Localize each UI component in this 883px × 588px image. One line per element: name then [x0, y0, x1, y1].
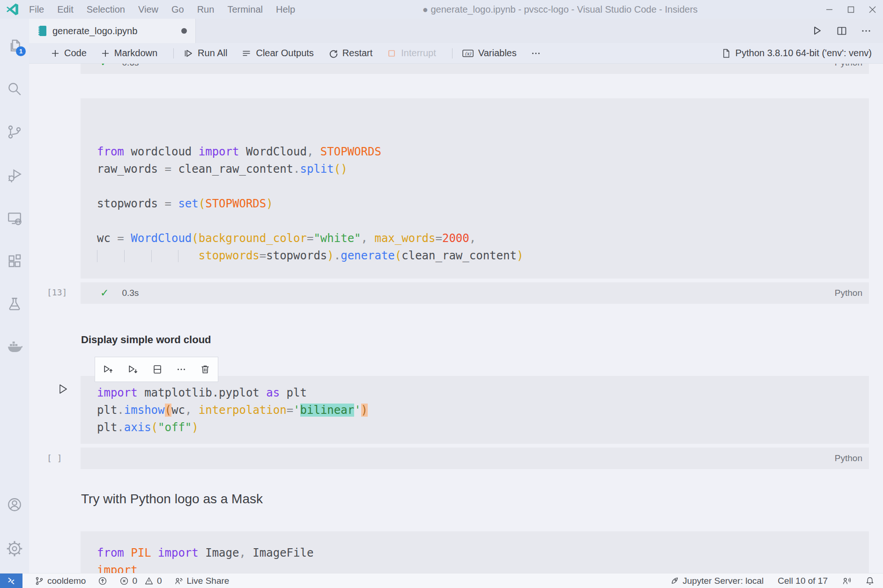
live-share-icon: [174, 576, 184, 586]
variables-icon: (x): [462, 48, 474, 59]
split-editor-icon[interactable]: [836, 25, 847, 37]
activity-bar: 1: [0, 19, 29, 573]
cell-status-bar: Python: [81, 448, 869, 469]
live-share-button[interactable]: Live Share: [174, 576, 230, 586]
cell-code[interactable]: from wordcloud import WordCloud, STOPWOR…: [97, 109, 869, 265]
add-markdown-cell-button[interactable]: Markdown: [101, 48, 157, 59]
remote-explorer-icon[interactable]: [7, 210, 22, 226]
code-cell-pil[interactable]: from PIL import Image, ImageFileimport: [81, 531, 869, 573]
add-code-cell-button[interactable]: Code: [51, 48, 87, 59]
cell-language[interactable]: Python: [835, 64, 862, 68]
execution-count: [13]: [47, 287, 67, 297]
svg-text:(x): (x): [465, 51, 472, 56]
menu-edit[interactable]: Edit: [51, 0, 80, 19]
branch-indicator[interactable]: cooldemo: [35, 576, 86, 586]
run-below-icon[interactable]: [127, 364, 139, 375]
tab-label: generate_logo.ipynb: [52, 26, 137, 37]
menu-selection[interactable]: Selection: [80, 0, 132, 19]
success-check-icon: ✓: [100, 287, 109, 299]
publish-changes-button[interactable]: [98, 576, 107, 586]
toolbar-separator: [173, 48, 174, 59]
remote-indicator[interactable]: [0, 573, 22, 588]
tab-bar: generate_logo.ipynb: [29, 19, 883, 43]
menu-terminal[interactable]: Terminal: [221, 0, 269, 19]
title-bar: File Edit Selection View Go Run Terminal…: [0, 0, 883, 19]
errors-icon: [119, 576, 129, 586]
success-check-icon: ✓: [100, 64, 109, 69]
interrupt-icon: [386, 48, 397, 59]
menu-go[interactable]: Go: [165, 0, 191, 19]
docker-icon[interactable]: [7, 339, 22, 355]
toolbar-separator: [452, 48, 453, 59]
plus-icon: [51, 49, 60, 58]
notebook-file-icon: [37, 25, 48, 37]
split-cell-icon[interactable]: [152, 364, 163, 375]
cell-more-icon[interactable]: [176, 364, 186, 375]
search-icon[interactable]: [7, 81, 22, 97]
cell-toolbar: [95, 357, 218, 382]
clear-outputs-button[interactable]: Clear Outputs: [241, 48, 313, 59]
notebook-toolbar: Code Markdown Run All Clear Outputs Rest…: [29, 43, 883, 64]
problems-indicator[interactable]: 0 0: [119, 576, 162, 586]
extensions-icon[interactable]: [7, 253, 22, 269]
menu-file[interactable]: File: [22, 0, 51, 19]
testing-icon[interactable]: [7, 296, 22, 312]
run-cell-button[interactable]: [55, 382, 69, 396]
prev-cell-status: ✓ 0.6s Python: [81, 64, 869, 74]
interrupt-button[interactable]: Interrupt: [386, 48, 436, 59]
cell-code[interactable]: import matplotlib.pyplot as pltplt.imsho…: [97, 384, 869, 436]
run-debug-icon[interactable]: [7, 167, 22, 183]
minimize-button[interactable]: [818, 0, 840, 19]
plus-icon: [101, 49, 110, 58]
vscode-insiders-logo-icon: [6, 2, 20, 16]
clear-outputs-icon: [241, 48, 252, 59]
restart-button[interactable]: Restart: [328, 48, 372, 59]
run-notebook-icon[interactable]: [811, 25, 823, 37]
source-control-icon[interactable]: [7, 124, 22, 140]
feedback-icon: [842, 576, 851, 586]
run-all-icon: [183, 48, 193, 59]
cell-code[interactable]: from PIL import Image, ImageFileimport: [97, 544, 869, 573]
tab-generate-logo-ipynb[interactable]: generate_logo.ipynb: [29, 19, 196, 43]
delete-cell-icon[interactable]: [200, 364, 211, 375]
menu-view[interactable]: View: [132, 0, 165, 19]
feedback-button[interactable]: [842, 576, 851, 586]
settings-gear-icon[interactable]: [7, 541, 22, 557]
markdown-cell-title[interactable]: Display simple word cloud: [81, 334, 211, 346]
kernel-picker[interactable]: Python 3.8.10 64-bit ('env': venv): [721, 48, 883, 59]
accounts-icon[interactable]: [7, 497, 22, 513]
git-branch-icon: [35, 576, 44, 586]
cell-language[interactable]: Python: [835, 453, 862, 463]
restart-icon: [328, 48, 338, 59]
cell-status-bar: ✓ 0.3s Python: [81, 282, 869, 304]
explorer-badge: 1: [16, 46, 26, 56]
status-bar: cooldemo 0 0 Live Share Jupyter Server: …: [0, 573, 883, 588]
menu-help[interactable]: Help: [269, 0, 302, 19]
code-cell-wordcloud[interactable]: from wordcloud import WordCloud, STOPWOR…: [81, 98, 869, 279]
window-title: ● generate_logo.ipynb - pvscc-logo - Vis…: [302, 4, 818, 15]
modified-dot-icon[interactable]: [181, 28, 187, 34]
variables-button[interactable]: (x) Variables: [462, 48, 517, 59]
more-actions-icon[interactable]: [861, 25, 872, 37]
menu-run[interactable]: Run: [191, 0, 221, 19]
toolbar-more-icon[interactable]: [531, 48, 541, 59]
explorer-icon[interactable]: 1: [7, 38, 22, 54]
maximize-button[interactable]: [840, 0, 861, 19]
run-all-button[interactable]: Run All: [183, 48, 227, 59]
notebook-editor: ✓ 0.6s Python from wordcloud import Word…: [29, 64, 883, 573]
menu-bar: File Edit Selection View Go Run Terminal…: [22, 0, 302, 19]
remote-icon: [7, 576, 16, 586]
cell-duration: 0.3s: [122, 288, 139, 298]
kernel-icon: [721, 48, 731, 59]
run-above-icon[interactable]: [102, 364, 114, 375]
jupyter-server-indicator[interactable]: Jupyter Server: local: [670, 576, 764, 586]
prev-cell-duration: 0.6s: [122, 64, 139, 68]
cell-position-indicator[interactable]: Cell 10 of 17: [778, 576, 828, 586]
warnings-icon: [144, 576, 154, 586]
publish-icon: [98, 576, 107, 586]
notifications-bell-icon[interactable]: [865, 576, 875, 586]
close-button[interactable]: [861, 0, 883, 19]
markdown-cell-heading[interactable]: Try with Python logo as a Mask: [81, 492, 263, 507]
cell-language[interactable]: Python: [835, 288, 862, 298]
code-cell-imshow[interactable]: import matplotlib.pyplot as pltplt.imsho…: [81, 376, 869, 444]
